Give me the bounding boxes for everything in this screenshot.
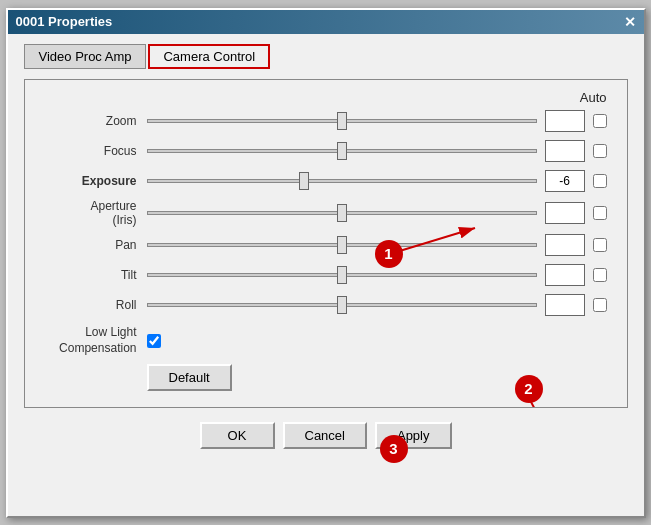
focus-row: Focus [37, 139, 615, 163]
exposure-slider[interactable] [147, 179, 537, 183]
tilt-slider-container [147, 273, 537, 277]
aperture-row: Aperture(Iris) [37, 199, 615, 228]
focus-slider[interactable] [147, 149, 537, 153]
low-light-label: Low LightCompensation [37, 325, 147, 356]
low-light-checkbox-input[interactable] [147, 334, 161, 348]
ok-button[interactable]: OK [200, 422, 275, 449]
roll-slider-container [147, 303, 537, 307]
dialog-body: Video Proc Amp Camera Control Auto Zoom [8, 34, 644, 464]
default-button[interactable]: Default [147, 364, 232, 391]
exposure-slider-container [147, 179, 537, 183]
cancel-button-label: Cancel [305, 428, 345, 443]
dialog: 0001 Properties ✕ Video Proc Amp Camera … [6, 8, 646, 518]
tilt-value [545, 264, 585, 286]
tilt-auto-checkbox[interactable] [585, 268, 615, 282]
tab-camera-control[interactable]: Camera Control [148, 44, 270, 69]
focus-auto-checkbox[interactable] [585, 144, 615, 158]
low-light-row: Low LightCompensation [37, 325, 615, 356]
aperture-auto-checkbox[interactable] [585, 206, 615, 220]
zoom-row: Zoom [37, 109, 615, 133]
tab-video-proc-amp[interactable]: Video Proc Amp [24, 44, 147, 69]
zoom-slider-container [147, 119, 537, 123]
focus-value [545, 140, 585, 162]
pan-row: Pan [37, 233, 615, 257]
zoom-value [545, 110, 585, 132]
pan-label: Pan [37, 238, 147, 252]
exposure-label: Exposure [37, 174, 147, 188]
tabs-container: Video Proc Amp Camera Control [24, 44, 628, 69]
svg-line-2 [530, 400, 570, 408]
aperture-value [545, 202, 585, 224]
tilt-slider[interactable] [147, 273, 537, 277]
bottom-buttons: OK Cancel Apply [24, 422, 628, 449]
cancel-button[interactable]: Cancel [283, 422, 367, 449]
roll-label: Roll [37, 298, 147, 312]
apply-button[interactable]: Apply [375, 422, 452, 449]
tilt-row: Tilt [37, 263, 615, 287]
aperture-auto-input[interactable] [593, 206, 607, 220]
pan-auto-checkbox[interactable] [585, 238, 615, 252]
ok-button-label: OK [228, 428, 247, 443]
close-button[interactable]: ✕ [624, 14, 636, 30]
low-light-checkbox-container[interactable] [147, 334, 161, 348]
pan-slider[interactable] [147, 243, 537, 247]
focus-label: Focus [37, 144, 147, 158]
roll-slider[interactable] [147, 303, 537, 307]
pan-slider-container [147, 243, 537, 247]
auto-header: Auto [37, 90, 615, 105]
roll-auto-checkbox[interactable] [585, 298, 615, 312]
roll-auto-input[interactable] [593, 298, 607, 312]
exposure-auto-checkbox[interactable] [585, 174, 615, 188]
focus-slider-container [147, 149, 537, 153]
exposure-row: Exposure -6 [37, 169, 615, 193]
default-btn-row: Default [37, 364, 615, 391]
zoom-slider[interactable] [147, 119, 537, 123]
pan-auto-input[interactable] [593, 238, 607, 252]
aperture-slider-container [147, 211, 537, 215]
roll-row: Roll [37, 293, 615, 317]
dialog-title: 0001 Properties [16, 14, 113, 29]
tilt-auto-input[interactable] [593, 268, 607, 282]
default-button-label: Default [169, 370, 210, 385]
zoom-auto-checkbox[interactable] [585, 114, 615, 128]
exposure-auto-input[interactable] [593, 174, 607, 188]
roll-value [545, 294, 585, 316]
zoom-auto-input[interactable] [593, 114, 607, 128]
content-area: Auto Zoom Focus [24, 79, 628, 409]
zoom-label: Zoom [37, 114, 147, 128]
focus-auto-input[interactable] [593, 144, 607, 158]
title-bar: 0001 Properties ✕ [8, 10, 644, 34]
tilt-label: Tilt [37, 268, 147, 282]
aperture-slider[interactable] [147, 211, 537, 215]
apply-button-label: Apply [397, 428, 430, 443]
aperture-label: Aperture(Iris) [37, 199, 147, 228]
exposure-value: -6 [545, 170, 585, 192]
pan-value [545, 234, 585, 256]
